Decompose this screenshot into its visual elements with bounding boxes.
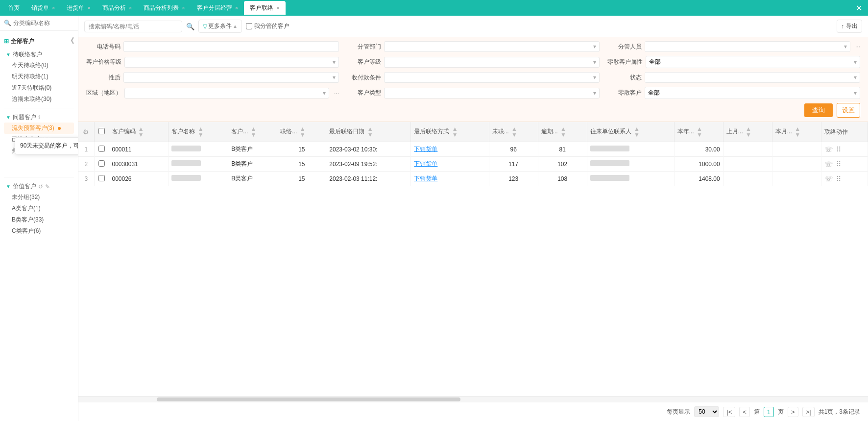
cell-check[interactable] (94, 142, 109, 157)
sidebar-root-all-customers[interactable]: ⊞ 全部客户 《 (4, 34, 74, 48)
sort-arrows-last-month[interactable]: ▲▼ (746, 126, 751, 138)
th-gear[interactable]: ⚙ (78, 122, 94, 142)
region-dots[interactable]: ··· (334, 90, 339, 97)
sidebar-group-pending-title[interactable]: ▼ 待联络客户 (4, 49, 74, 60)
contact-icon[interactable]: ☏ (824, 160, 833, 168)
value-refresh-icon[interactable]: ↺ (38, 183, 43, 190)
last-way-link[interactable]: 下销货单 (414, 160, 437, 167)
more-actions-icon[interactable]: ⠿ (836, 146, 841, 153)
adv-select-price-grade[interactable]: ▾ (124, 57, 339, 68)
tab-close-sales-order[interactable]: × (52, 5, 55, 11)
my-customers-checkbox[interactable]: 我分管的客户 (246, 22, 289, 30)
row-checkbox[interactable] (98, 160, 105, 167)
sidebar-group-value-title[interactable]: ▼ 价值客户 ↺ ✎ (4, 180, 74, 192)
sort-arrows-not-contacted[interactable]: ▲▼ (511, 126, 517, 138)
row-checkbox[interactable] (98, 175, 105, 181)
tab-customer-contact[interactable]: 客户联络 × (244, 1, 285, 15)
total-info: 共1页，3条记录 (819, 408, 860, 416)
sort-arrows-last-way[interactable]: ▲▼ (452, 126, 458, 138)
sidebar-item-tomorrow[interactable]: 明天待联络(1) (4, 71, 74, 82)
adv-input-phone[interactable] (123, 41, 339, 52)
sidebar-item-churn-warning[interactable]: 流失预警客户(3) (4, 123, 74, 134)
export-button[interactable]: ↑ 导出 (837, 20, 862, 33)
th-check[interactable] (94, 122, 109, 142)
sort-arrows-this-year[interactable]: ▲▼ (697, 126, 702, 138)
sort-arrows-last-date[interactable]: ▲▼ (367, 126, 373, 138)
tab-close-purchase-order[interactable]: × (87, 5, 90, 11)
adv-select-payment[interactable]: ▾ (384, 72, 600, 83)
adv-select-customer-type[interactable]: ▾ (384, 88, 600, 99)
adv-select-zero-customer[interactable]: 全部 ▾ (645, 87, 860, 99)
tab-home[interactable]: 首页 (2, 1, 25, 15)
cell-not-contacted: 117 (489, 157, 538, 172)
contact-icon[interactable]: ☏ (824, 146, 833, 153)
more-actions-icon[interactable]: ⠿ (836, 175, 841, 183)
last-way-link[interactable]: 下销货单 (414, 175, 437, 182)
sidebar-search-icon: 🔍 (4, 20, 11, 26)
sort-arrows-overdue[interactable]: ▲▼ (560, 126, 566, 138)
filter-more-conditions-button[interactable]: ▽ 更多条件 ▲ (198, 20, 242, 33)
first-page-button[interactable]: |< (723, 407, 735, 417)
adv-select-region[interactable]: ▾ (124, 88, 329, 99)
settings-button[interactable]: 设置 (837, 103, 860, 118)
tab-product-analysis[interactable]: 商品分析 × (96, 1, 138, 15)
tab-close-customer-contact[interactable]: × (276, 5, 279, 11)
sidebar-item-ungrouped[interactable]: 未分组(32) (4, 192, 74, 203)
contact-icon[interactable]: ☏ (824, 175, 833, 183)
row-checkbox[interactable] (98, 146, 105, 152)
tab-purchase-order[interactable]: 进货单 × (61, 1, 96, 15)
arrow-payment: ▾ (593, 74, 596, 81)
sort-arrows-this-month[interactable]: ▲▼ (795, 126, 800, 138)
sidebar-search-input[interactable] (13, 20, 74, 26)
per-page-select[interactable]: 50 100 (694, 406, 719, 417)
manager-dots[interactable]: ··· (855, 43, 860, 50)
sidebar-group-problem-title[interactable]: ▼ 问题客户 ℹ (4, 111, 74, 123)
next-page-button[interactable]: > (788, 407, 798, 417)
cell-num: 2 (78, 157, 94, 172)
value-edit-icon[interactable]: ✎ (45, 183, 50, 190)
th-last-date: 最后联络日期 ▲▼ (326, 122, 411, 142)
adv-select-nature[interactable]: ▾ (123, 72, 339, 83)
my-customers-checkbox-input[interactable] (246, 23, 252, 29)
sort-arrows-name[interactable]: ▲▼ (198, 126, 204, 138)
sort-arrows-code[interactable]: ▲▼ (138, 126, 144, 138)
sidebar-item-today[interactable]: 今天待联络(0) (4, 60, 74, 71)
adv-select-customer-grade[interactable]: ▾ (384, 57, 600, 68)
query-button[interactable]: 查询 (804, 103, 833, 117)
sidebar-item-class-c[interactable]: C类客户(6) (4, 225, 74, 237)
tab-close-customer-tier[interactable]: × (235, 5, 238, 11)
cell-check[interactable] (94, 172, 109, 186)
cell-check[interactable] (94, 157, 109, 172)
tab-sales-order[interactable]: 销货单 × (25, 1, 61, 15)
sidebar-item-7days[interactable]: 近7天待联络(0) (4, 82, 74, 94)
sort-arrows-contact[interactable]: ▲▼ (300, 126, 306, 138)
tab-product-analysis-list[interactable]: 商品分析列表 × (138, 1, 191, 15)
problem-tooltip-icon[interactable]: ℹ (38, 114, 40, 121)
sidebar-item-overdue[interactable]: 逾期未联络(30) (4, 94, 74, 105)
tab-close-product-analysis[interactable]: × (129, 5, 132, 11)
horizontal-scrollbar[interactable] (78, 396, 868, 402)
filter-search-input[interactable] (84, 21, 182, 32)
sidebar-root-arrow: 《 (67, 37, 74, 46)
adv-select-zero-attr[interactable]: 全部 ▾ (646, 56, 860, 68)
tab-customer-tier[interactable]: 客户分层经营 × (191, 1, 244, 15)
sidebar-item-class-b[interactable]: B类客户(33) (4, 214, 74, 225)
filter-search-icon[interactable]: 🔍 (186, 23, 194, 30)
adv-select-status[interactable]: ▾ (645, 72, 860, 83)
prev-page-button[interactable]: < (739, 407, 750, 417)
close-window-button[interactable]: ✕ (856, 3, 866, 13)
select-all-checkbox[interactable] (98, 128, 105, 134)
scrollbar-thumb[interactable] (157, 397, 460, 401)
last-page-button[interactable]: >| (802, 407, 815, 417)
adv-select-manager[interactable]: ▾ (645, 41, 850, 52)
tab-close-product-analysis-list[interactable]: × (182, 5, 185, 11)
more-actions-icon[interactable]: ⠿ (836, 160, 841, 168)
sort-arrows-unit-contact[interactable]: ▲▼ (634, 126, 640, 138)
sidebar-item-class-a[interactable]: A类客户(1) (4, 203, 74, 214)
adv-field-zero-customer: 零散客户 全部 ▾ (607, 87, 860, 99)
filter-bar: 🔍 ▽ 更多条件 ▲ 我分管的客户 ↑ 导出 (78, 16, 868, 37)
sort-arrows-type[interactable]: ▲▼ (251, 126, 257, 138)
last-way-link[interactable]: 下销货单 (414, 146, 437, 152)
adv-select-dept[interactable]: ▾ (384, 41, 600, 52)
gear-icon[interactable]: ⚙ (83, 128, 89, 136)
